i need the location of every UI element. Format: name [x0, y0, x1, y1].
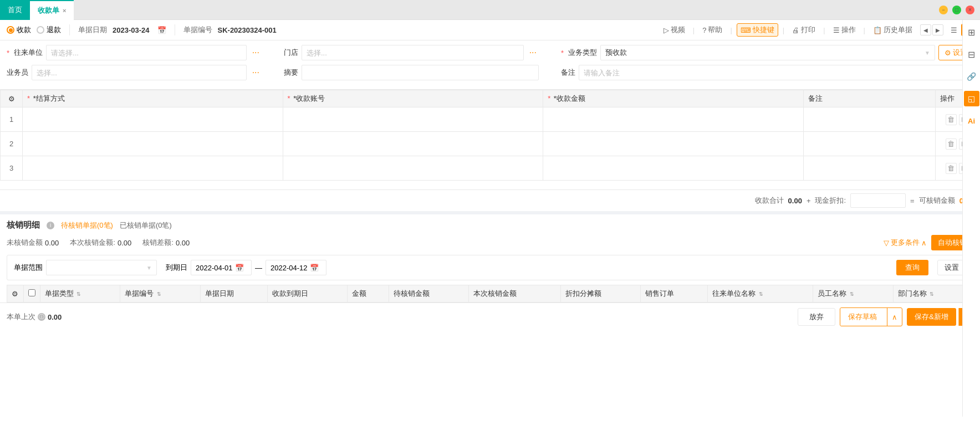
table-settings-icon: ⚙: [8, 95, 15, 103]
separator-1: [69, 24, 70, 35]
radio-receipt-label: 收款: [17, 25, 31, 35]
right-panel-icon-3[interactable]: 🔗: [964, 69, 979, 84]
save-draft-button[interactable]: 保存草稿: [840, 308, 885, 326]
shortcut-btn[interactable]: ⌨ 快捷键: [737, 23, 778, 37]
video-btn[interactable]: ▷ 视频: [660, 24, 688, 36]
right-panel-icon-4[interactable]: ◱: [964, 91, 979, 106]
query-button[interactable]: 查询: [896, 260, 928, 275]
tab-home[interactable]: 首页: [0, 0, 30, 20]
remarks-label: 备注: [561, 68, 575, 78]
business-type-label: 业务类型: [568, 48, 597, 58]
current-value: 0.00: [118, 239, 131, 247]
next-arrow[interactable]: ▶: [932, 24, 943, 35]
business-type-field: * 业务类型 预收款 ▼ ⚙ 设置: [561, 45, 973, 60]
row2-amount[interactable]: [543, 132, 804, 156]
bth-staff: 员工名称 ⇅: [813, 285, 893, 302]
company-more-btn[interactable]: ···: [250, 48, 262, 58]
video-icon: ▷: [663, 26, 669, 34]
abandon-button[interactable]: 放弃: [798, 308, 835, 326]
date-range-field: 到期日 2022-04-01 📅 — 2022-04-12 📅: [166, 260, 326, 275]
row1-delete-btn[interactable]: 🗑: [946, 114, 957, 125]
row3-account[interactable]: [283, 156, 543, 181]
section-info-icon[interactable]: i: [47, 222, 54, 229]
minimize-button[interactable]: －: [939, 6, 948, 14]
radio-receipt[interactable]: 收款: [7, 25, 31, 35]
save-new-button[interactable]: 保存&新增: [907, 308, 956, 326]
th-settings[interactable]: ⚙: [1, 90, 23, 107]
row1-amount[interactable]: [543, 107, 804, 132]
bth-settings[interactable]: ⚙: [7, 285, 24, 302]
staff-more-btn[interactable]: ···: [250, 68, 262, 78]
table-row: 1 🗑 ⊞: [1, 107, 980, 132]
filter-range-arrow: ▼: [146, 265, 152, 271]
row1-settlement[interactable]: [23, 107, 283, 132]
more-conditions-btn[interactable]: ▽ 更多条件 ∧: [884, 238, 927, 248]
help-btn[interactable]: ? 帮助: [699, 24, 726, 36]
bth-company: 往来单位名称 ⇅: [708, 285, 813, 302]
row3-remarks[interactable]: [803, 156, 935, 181]
date-to-icon[interactable]: 📅: [310, 264, 319, 272]
sort-icon-1[interactable]: ⇅: [76, 291, 81, 297]
bth-date: 单据日期: [200, 285, 267, 302]
bth-pending: 待核销金额: [389, 285, 468, 302]
done-tab[interactable]: 已核销单据(0笔): [120, 221, 172, 230]
row1-remarks[interactable]: [803, 107, 935, 132]
print-btn[interactable]: 🖨 打印: [789, 24, 819, 36]
bth-due-date: 收款到期日: [267, 285, 347, 302]
current-label: 本次核销金额:: [70, 238, 115, 248]
company-input[interactable]: [46, 45, 247, 60]
section-header: 核销明细 i 待核销单据(0笔) 已核销单据(0笔): [7, 220, 973, 230]
filter-icon: ▽: [884, 239, 889, 247]
operation-btn[interactable]: ☰ 操作: [830, 24, 859, 36]
select-all-checkbox[interactable]: [28, 289, 35, 296]
sort-icon-2[interactable]: ⇅: [157, 291, 161, 297]
bth-checkbox: [24, 285, 40, 302]
summary-bar: 收款合计 0.00 + 现金折扣: = 可核销金额 0.00: [0, 189, 980, 211]
maximize-button[interactable]: □: [952, 6, 961, 14]
summary-label: 摘要: [284, 68, 298, 78]
sort-icon-4[interactable]: ⇅: [850, 291, 854, 297]
remarks-input[interactable]: [579, 65, 973, 80]
date-to-input[interactable]: 2022-04-12 📅: [266, 260, 326, 275]
th-settlement: * *结算方式: [23, 90, 283, 107]
radio-refund[interactable]: 退款: [37, 25, 61, 35]
company-label: 往来单位: [14, 48, 43, 58]
receipt-table-area: ⚙ * *结算方式 * *收款账号 * *收款金额 备注 操作: [0, 90, 980, 189]
number-value: SK-20230324-001: [218, 26, 277, 34]
tab-receipt[interactable]: 收款单 ×: [30, 0, 74, 20]
list-view-btn[interactable]: ☰: [948, 24, 960, 36]
discount-input[interactable]: [850, 193, 906, 208]
business-type-select[interactable]: 预收款 ▼: [600, 45, 935, 60]
ai-label-icon[interactable]: Ai: [964, 113, 979, 129]
tab-receipt-label: 收款单: [38, 6, 59, 16]
row2-account[interactable]: [283, 132, 543, 156]
verification-stats: 未核销金额 0.00 本次核销金额: 0.00 核销差额: 0.00 ▽ 更多条…: [7, 235, 973, 250]
row2-remarks[interactable]: [803, 132, 935, 156]
row3-amount[interactable]: [543, 156, 804, 181]
sort-icon-3[interactable]: ⇅: [759, 291, 763, 297]
prev-arrow[interactable]: ◀: [920, 24, 931, 35]
row1-account[interactable]: [283, 107, 543, 132]
row2-delete-btn[interactable]: 🗑: [946, 139, 957, 150]
summary-input[interactable]: [302, 65, 539, 80]
tab-close-icon[interactable]: ×: [63, 7, 66, 14]
save-draft-dropdown[interactable]: ∧: [887, 308, 902, 326]
row3-delete-btn[interactable]: 🗑: [946, 163, 957, 174]
row3-settlement[interactable]: [23, 156, 283, 181]
date-from-input[interactable]: 2022-04-01 📅: [191, 260, 252, 275]
store-more-btn[interactable]: ···: [527, 48, 539, 58]
history-btn[interactable]: 📋 历史单据: [870, 24, 916, 36]
pending-tab[interactable]: 待核销单据(0笔): [61, 221, 113, 230]
date-picker-icon[interactable]: 📅: [157, 26, 166, 34]
close-button[interactable]: ×: [966, 6, 974, 14]
date-from-icon[interactable]: 📅: [235, 264, 244, 272]
filter-range-select[interactable]: ▼: [46, 260, 157, 275]
date-value: 2023-03-24: [113, 26, 150, 34]
footer-info-icon[interactable]: ⓘ: [38, 313, 45, 321]
store-input[interactable]: [302, 45, 524, 60]
sort-icon-5[interactable]: ⇅: [930, 291, 934, 297]
right-panel-icon-1[interactable]: ⊞: [964, 24, 979, 40]
right-panel-icon-2[interactable]: ⊟: [964, 47, 979, 62]
staff-input[interactable]: [32, 65, 247, 80]
row2-settlement[interactable]: [23, 132, 283, 156]
